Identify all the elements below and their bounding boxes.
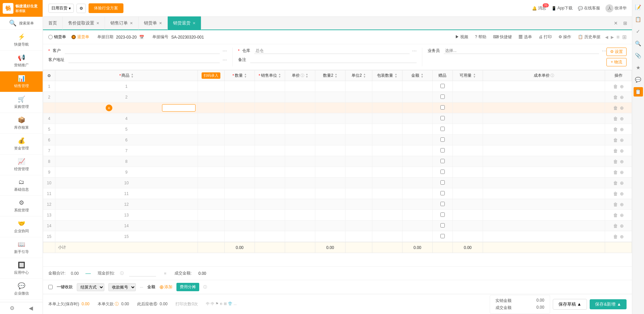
cell-qty2-2[interactable] [315,92,345,103]
cell-qty2-9[interactable] [315,167,345,178]
sidebar-item-sales[interactable]: 📊 销售管理 [0,71,43,92]
cell-available-3[interactable] [452,103,483,113]
cell-unit-1[interactable] [255,81,285,92]
cell-pkg-8[interactable] [372,156,402,167]
gift-check-8[interactable] [440,159,445,163]
help-btn[interactable]: ? 帮助 [473,34,488,41]
cell-pkg-10[interactable] [372,178,402,188]
print-btn[interactable]: 🖨 打印 [537,34,554,41]
add-payment-btn[interactable]: ⊕ 添加 [159,284,172,290]
cell-qty-6[interactable] [224,135,255,145]
cell-qty2-11[interactable] [315,188,345,199]
cell-qty2-5[interactable] [315,124,345,135]
cell-price-6[interactable] [285,135,315,145]
delete-btn-1[interactable]: 🗑 [613,84,618,89]
settings-btn[interactable]: ⚙ 设置 [606,48,627,56]
cell-unit-2[interactable] [255,92,285,103]
cell-unit-13[interactable] [255,210,285,221]
copy-btn-4[interactable]: ⊕ [620,116,624,121]
cell-qty2-3[interactable] [315,103,345,113]
copy-btn-12[interactable]: ⊕ [620,202,624,207]
cell-qty2-12[interactable] [315,199,345,210]
right-panel-check[interactable]: ✓ [634,27,643,36]
one-key-payment-check[interactable] [48,285,53,289]
cell-amount-11[interactable] [402,188,432,199]
cell-amount-14[interactable] [402,221,432,231]
cell-qty2-14[interactable] [315,221,345,231]
gift-check-1[interactable] [440,84,445,88]
delete-btn-9[interactable]: 🗑 [613,170,618,175]
fee-info-icon[interactable]: ⓘ [203,285,207,290]
copy-btn-9[interactable]: ⊕ [620,170,624,175]
sidebar-item-search[interactable]: 🔍 搜索菜单 [0,17,43,30]
right-panel-action[interactable]: 📋 [634,87,643,97]
delete-btn-7[interactable]: 🗑 [613,148,618,153]
tab-close-sales-return[interactable]: ✕ [193,21,196,25]
cell-qty-11[interactable] [224,188,255,199]
message-btn[interactable]: 🔔 消息 70 [532,5,546,11]
price-info-icon[interactable]: ⓘ [301,73,304,78]
cell-pkg-12[interactable] [372,199,402,210]
cell-pkg-3[interactable] [372,103,402,113]
cell-product-9[interactable]: 9 [55,167,198,178]
sidebar-item-system[interactable]: ⚙ 系统管理 [0,196,43,216]
cell-unit-15[interactable] [255,231,285,242]
cell-unit2-12[interactable] [345,199,372,210]
cell-unit2-1[interactable] [345,81,372,92]
cell-product-1[interactable]: 1 [55,81,198,92]
copy-btn-11[interactable]: ⊕ [620,191,624,196]
cell-qty-7[interactable] [224,145,255,156]
save-draft-btn[interactable]: 保存草稿 ▲ [553,299,587,310]
right-panel-attach[interactable]: 📎 [634,51,643,60]
collapse-btn[interactable]: ◀ [29,305,33,311]
gift-check-5[interactable] [440,127,445,131]
cell-amount-7[interactable] [402,145,432,156]
tab-close-all-btn[interactable]: ✕ [612,19,620,27]
copy-btn-2[interactable]: ⊕ [620,95,624,100]
cell-cost-2[interactable] [483,92,605,103]
discount-info-icon[interactable]: ⓘ [120,271,124,276]
copy-btn-1[interactable]: ⊕ [620,84,624,89]
copy-btn-10[interactable]: ⊕ [620,180,624,186]
operate-btn[interactable]: ⚙ 操作 [556,34,573,41]
cell-unit2-8[interactable] [345,156,372,167]
cell-unit2-6[interactable] [345,135,372,145]
cell-available-9[interactable] [452,167,483,178]
cell-gift-9[interactable] [432,167,452,178]
cell-price-3[interactable] [285,103,315,113]
fee-split-btn[interactable]: 费用分摊 [176,283,199,291]
cell-gift-12[interactable] [432,199,452,210]
cell-unit2-4[interactable] [345,113,372,124]
cell-gift-14[interactable] [432,221,452,231]
cell-amount-6[interactable] [402,135,432,145]
sidebar-item-enterprise[interactable]: 🤝 企业协同 [0,216,43,237]
cell-gift-5[interactable] [432,124,452,135]
cell-price-9[interactable] [285,167,315,178]
discount-input[interactable] [129,270,156,276]
nav-prev-icon[interactable]: ◀ [605,35,608,40]
nav-next-icon[interactable]: ▶ [611,35,614,40]
cell-amount-4[interactable] [402,113,432,124]
right-panel-msg[interactable]: 💬 [634,75,643,84]
account-dots[interactable]: ··· [140,285,143,290]
right-panel-search[interactable]: 🔍 [634,39,643,48]
sidebar-item-quick-nav[interactable]: ⚡ 快捷导航 [0,30,43,51]
cell-price-2[interactable] [285,92,315,103]
cell-available-6[interactable] [452,135,483,145]
qty2-sort[interactable]: ▲▼ [335,73,337,78]
cell-pkg-14[interactable] [372,221,402,231]
copy-btn-3[interactable]: ⊕ [620,105,624,111]
delete-btn-14[interactable]: 🗑 [613,223,618,229]
sidebar-item-marketing[interactable]: 📢 营销推广 [0,51,43,71]
cell-unit-7[interactable] [255,145,285,156]
cell-cost-8[interactable] [483,156,605,167]
cell-qty2-13[interactable] [315,210,345,221]
cell-product-6[interactable]: 6 [55,135,198,145]
cell-amount-15[interactable] [402,231,432,242]
delete-btn-11[interactable]: 🗑 [613,191,618,196]
cell-pkg-6[interactable] [372,135,402,145]
gift-check-12[interactable] [440,202,445,206]
cell-price-12[interactable] [285,199,315,210]
cell-price-4[interactable] [285,113,315,124]
cell-amount-10[interactable] [402,178,432,188]
